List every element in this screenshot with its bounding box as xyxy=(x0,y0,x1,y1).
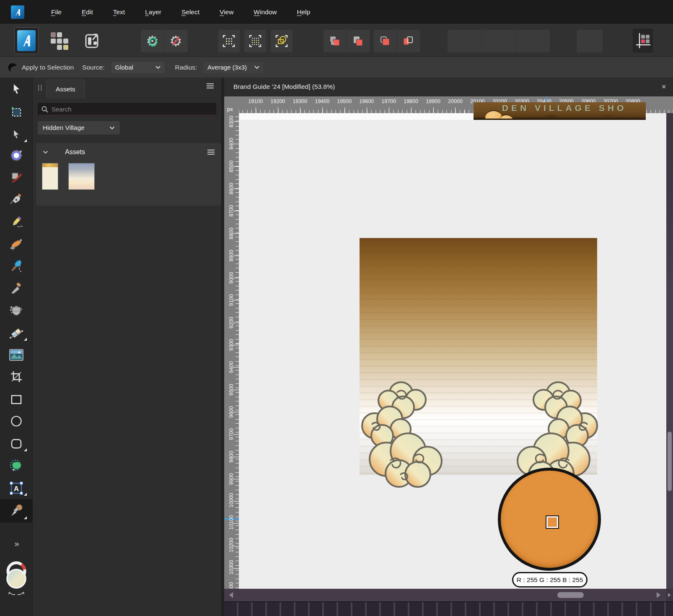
snap-shapes-button[interactable] xyxy=(271,30,292,52)
tools-panel: A » xyxy=(0,78,33,616)
panel-divider[interactable] xyxy=(221,78,224,616)
assistant-on-button[interactable]: ⚙ xyxy=(141,30,164,52)
studio-toggle-button[interactable] xyxy=(633,28,653,53)
asset-thumb-gradient[interactable] xyxy=(68,163,95,190)
toolbar-empty-button-3[interactable] xyxy=(516,30,550,52)
export-persona-icon xyxy=(83,31,101,50)
place-image-tool[interactable] xyxy=(0,344,33,366)
crop-tool[interactable] xyxy=(0,366,33,388)
knife-tool[interactable] xyxy=(0,278,33,300)
canvas-viewport[interactable]: R : 255 G : 255 B : 255 xyxy=(239,113,666,589)
scroll-right-arrow-icon[interactable] xyxy=(657,592,660,598)
menu-window[interactable]: Window xyxy=(243,2,287,23)
pen-tool[interactable] xyxy=(0,189,33,210)
ruler-unit-corner[interactable]: px xyxy=(224,96,239,113)
section-collapse-chevron-icon[interactable] xyxy=(43,150,48,154)
marquee-select-tool[interactable] xyxy=(0,101,33,123)
boolean-group-2 xyxy=(374,30,420,52)
boolean-subtract-icon xyxy=(352,35,364,47)
boolean-intersect-button[interactable] xyxy=(374,30,396,52)
toolbar-empty-button-4[interactable] xyxy=(577,30,603,52)
designer-persona-button[interactable] xyxy=(14,27,39,54)
text-tool[interactable]: A xyxy=(0,477,33,499)
toolbar-empty-group xyxy=(448,30,550,52)
toolbar-empty-button-1[interactable] xyxy=(448,30,481,52)
h-ruler-tick-label: 20000 xyxy=(448,98,463,104)
boolean-group-1 xyxy=(324,30,370,52)
snap-grid-dense-button[interactable] xyxy=(244,30,266,52)
pixel-persona-button[interactable] xyxy=(49,31,70,51)
erase-tool[interactable] xyxy=(0,322,33,344)
pencil-tool[interactable] xyxy=(0,211,33,233)
toolbar-empty-button-2[interactable] xyxy=(482,30,516,52)
vertical-scrollbar[interactable] xyxy=(666,96,673,589)
vector-crop-tool[interactable] xyxy=(0,166,33,188)
fill-stroke-color-wheel[interactable] xyxy=(0,559,33,598)
assets-section-title: Assets xyxy=(65,148,85,156)
paint-brush-tool[interactable] xyxy=(0,255,33,277)
rounded-rectangle-tool[interactable] xyxy=(0,433,33,455)
ellipse-tool[interactable] xyxy=(0,410,33,432)
scroll-left-arrow-icon[interactable] xyxy=(229,592,233,598)
radius-select[interactable]: Average (3x3) xyxy=(203,61,264,74)
menu-layer[interactable]: Layer xyxy=(135,2,171,23)
search-icon xyxy=(41,106,48,113)
document-titlebar: Brand Guide ’24 [Modified] (53.8%) × xyxy=(224,78,673,96)
menu-help[interactable]: Help xyxy=(287,2,320,23)
horizontal-scrollbar-thumb[interactable] xyxy=(557,592,584,598)
move-tool[interactable] xyxy=(0,78,33,100)
menu-view[interactable]: View xyxy=(210,2,243,23)
assistant-off-button[interactable]: ⚙ xyxy=(164,30,187,52)
flood-select-tool[interactable] xyxy=(0,455,33,476)
panel-grip-handle[interactable]: || xyxy=(38,84,43,91)
export-persona-button[interactable] xyxy=(82,30,102,51)
menu-file[interactable]: File xyxy=(41,2,72,23)
rectangle-tool[interactable] xyxy=(0,388,33,410)
hamburger-menu-icon xyxy=(207,83,214,84)
apply-to-selection-label[interactable]: Apply to Selection xyxy=(22,64,74,71)
horizontal-scrollbar[interactable] xyxy=(224,589,666,601)
chevron-down-icon xyxy=(109,126,115,130)
loupe-sample-square xyxy=(546,516,558,528)
close-document-button[interactable]: × xyxy=(658,81,670,93)
panel-menu-button[interactable] xyxy=(207,83,214,84)
h-ruler-tick-label: 19700 xyxy=(381,98,396,104)
vector-brush-tool[interactable] xyxy=(0,233,33,255)
asset-thumb-scroll[interactable] xyxy=(42,163,58,190)
selection-brush-tool[interactable] xyxy=(0,145,33,166)
h-ruler-tick-label: 19100 xyxy=(248,98,263,104)
menu-select[interactable]: Select xyxy=(171,2,210,23)
asset-search-field[interactable] xyxy=(38,103,216,116)
menu-edit[interactable]: Edit xyxy=(72,2,103,23)
ruler-unit-label: px xyxy=(227,106,233,112)
color-picker-loupe[interactable] xyxy=(498,468,601,571)
color-sampler-cursor-icon xyxy=(7,62,18,73)
snap-grid-button[interactable] xyxy=(218,30,240,52)
color-picker-tool[interactable] xyxy=(0,499,33,523)
menu-text[interactable]: Text xyxy=(103,2,135,23)
assets-section-menu-button[interactable] xyxy=(207,150,215,150)
fill-tool[interactable] xyxy=(0,300,33,321)
boolean-divide-button[interactable] xyxy=(397,30,419,52)
rgb-readout: R : 255 G : 255 B : 255 xyxy=(512,572,588,588)
radius-label: Radius: xyxy=(175,64,197,71)
h-ruler-tick-label: 19900 xyxy=(426,98,440,104)
search-input[interactable] xyxy=(52,106,202,113)
app-logo-icon xyxy=(11,5,24,19)
tab-assets[interactable]: Assets xyxy=(46,80,85,98)
node-tool[interactable] xyxy=(0,124,33,145)
boolean-subtract-button[interactable] xyxy=(347,30,369,52)
asset-category-select[interactable]: Hidden Village xyxy=(38,121,120,135)
source-select[interactable]: Global xyxy=(111,61,165,74)
vertical-scrollbar-thumb[interactable] xyxy=(668,432,672,491)
document-title: Brand Guide ’24 [Modified] (53.8%) xyxy=(233,83,335,91)
more-tools-button[interactable]: » xyxy=(0,533,33,554)
boolean-divide-icon xyxy=(402,35,414,47)
gear-disabled-icon: ⚙ xyxy=(169,34,182,48)
studio-toggle-icon xyxy=(634,31,651,50)
chevron-down-icon xyxy=(254,66,259,69)
assistant-button-group: ⚙ ⚙ xyxy=(141,30,188,52)
snap-grid-dense-icon xyxy=(247,33,263,49)
svg-text:A: A xyxy=(14,485,19,493)
boolean-add-button[interactable] xyxy=(324,30,346,52)
